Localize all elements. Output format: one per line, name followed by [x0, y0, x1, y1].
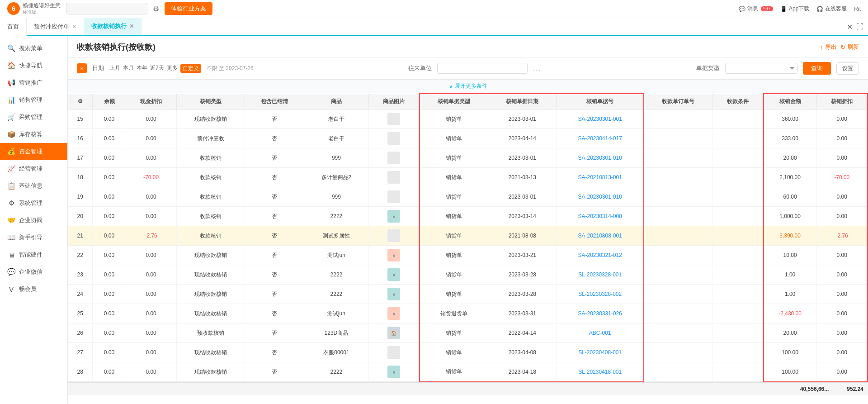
bill-no-link[interactable]: ABC-001	[589, 330, 611, 336]
sidebar-item-nav[interactable]: 🏠 快捷导航	[0, 57, 67, 74]
cell-bill-date: 2023-04-18	[488, 362, 557, 382]
cell-product-image: ■	[368, 304, 420, 323]
top-search-input[interactable]	[66, 3, 147, 14]
tab-close-all-icon[interactable]: ✕	[847, 23, 853, 31]
message-item[interactable]: 💬 消息 99+	[739, 5, 773, 13]
tab-receipt-close[interactable]: ✕	[129, 23, 134, 29]
sidebar-item-sales[interactable]: 📊 销售管理	[0, 91, 67, 109]
date-more[interactable]: 更多	[167, 64, 178, 73]
query-button[interactable]: 查询	[803, 62, 831, 75]
sidebar-item-system[interactable]: ⚙ 系统管理	[0, 195, 67, 212]
bill-no-link[interactable]: SA-20230301-010	[578, 155, 622, 161]
date-custom[interactable]: 自定义	[180, 64, 201, 73]
settings-button[interactable]: 设置	[836, 62, 859, 75]
bill-no-link[interactable]: SA-20230414-017	[578, 135, 622, 142]
cell-receipt-order	[644, 304, 712, 323]
sidebar-item-purchase[interactable]: 🛒 采购管理	[0, 109, 67, 126]
refresh-button[interactable]: ↻ 刷新	[840, 43, 859, 51]
app-download-item[interactable]: 📱 App下载	[780, 5, 809, 13]
expand-button[interactable]: »	[77, 63, 87, 73]
tab-receipt-label: 收款核销执行	[91, 22, 127, 30]
cell-balance: 0.00	[93, 226, 126, 246]
sidebar-item-search[interactable]: 🔍 搜索菜单	[0, 40, 67, 57]
sidebar-item-enterprise[interactable]: 🤝 企业协同	[0, 212, 67, 229]
cell-bill-no: ABC-001	[557, 323, 644, 343]
cell-verify-discount: 0.00	[816, 343, 868, 362]
industry-solution-button[interactable]: 体验行业方案	[165, 2, 212, 15]
col-bill-date: 核销单据日期	[488, 94, 557, 109]
sidebar-item-member[interactable]: V 畅会员	[0, 280, 67, 298]
sidebar-item-basic[interactable]: 📋 基础信息	[0, 177, 67, 195]
sidebar-item-inventory[interactable]: 📦 库存核算	[0, 126, 67, 143]
cell-include-settled: 否	[245, 362, 304, 382]
date-last-month[interactable]: 上月	[109, 64, 120, 73]
cell-receipt-condition	[712, 362, 764, 382]
cell-receipt-order	[644, 168, 712, 187]
cell-verify-amount: 360.00	[764, 109, 816, 129]
date-7days[interactable]: 近7天	[150, 64, 164, 73]
bill-no-link[interactable]: SL-20230328-001	[578, 271, 622, 278]
tab-maximize-icon[interactable]: ⛶	[856, 23, 863, 31]
bill-no-link[interactable]: SA-20230321-012	[578, 252, 622, 258]
bill-no-link[interactable]: SA-20230314-008	[578, 213, 622, 219]
export-button[interactable]: ↑ 导出	[821, 43, 837, 51]
sidebar-item-operations[interactable]: 📈 经营管理	[0, 160, 67, 177]
sidebar-item-marketing[interactable]: 📢 营销推广	[0, 74, 67, 91]
cell-bill-no: SL-20230328-001	[557, 265, 644, 285]
cell-balance: 0.00	[93, 168, 126, 187]
sidebar: 🔍 搜索菜单 🏠 快捷导航 📢 营销推广 📊 销售管理 🛒 采购管理 📦 库存核…	[0, 36, 68, 404]
bill-no-link[interactable]: SA-20230301-001	[578, 116, 622, 122]
cell-receipt-order	[644, 109, 712, 129]
sidebar-item-wechat[interactable]: 💬 企业微信	[0, 263, 67, 280]
partner-input[interactable]	[437, 63, 528, 74]
cell-product-image: ■	[368, 207, 420, 226]
dots-icon[interactable]: ...	[533, 64, 542, 72]
cell-bill-no: SA-20230314-008	[557, 207, 644, 226]
cell-verify-type: 收款核销	[176, 168, 245, 187]
cell-bill-date: 2021-08-08	[488, 226, 557, 246]
table-container[interactable]: ⚙ 余额 现金折扣 核销类型 包含已结清 商品 商品图片 核销单据类型 核销单据…	[68, 93, 868, 404]
top-bar: 6 畅捷通谱好生意 标准版 ⚙ 体验行业方案 💬 消息 99+ 📱 App下载 …	[0, 0, 868, 18]
bill-no-link[interactable]: SL-20230418-001	[578, 369, 622, 375]
cell-bill-type: 销货退货单	[420, 304, 488, 323]
cell-bill-date: 2023-03-01	[488, 148, 557, 168]
bill-no-link[interactable]: SL-20230328-002	[578, 291, 622, 297]
cell-cash-discount: 0.00	[126, 207, 176, 226]
tab-prepay-close[interactable]: ✕	[72, 24, 76, 30]
cell-cash-discount: 0.00	[126, 148, 176, 168]
sidebar-item-hardware[interactable]: 🖥 智能硬件	[0, 246, 67, 263]
cell-verify-type: 现结收款核销	[176, 265, 245, 285]
expand-more-btn[interactable]: ∨ 展开更多条件	[449, 82, 487, 90]
sidebar-item-finance[interactable]: 💰 资金管理	[0, 143, 67, 160]
online-service-item[interactable]: 🎧 在线客服	[816, 5, 847, 13]
user-label[interactable]: Rit	[854, 6, 861, 12]
date-this-year[interactable]: 本年	[137, 64, 147, 73]
service-icon: 🎧	[816, 6, 823, 12]
bill-no-link[interactable]: SA-20210813-001	[578, 174, 622, 181]
bill-no-link[interactable]: SA-20210808-001	[578, 233, 622, 239]
bill-no-link[interactable]: SA-20230331-026	[578, 310, 622, 317]
bill-no-link[interactable]: SL-20230408-001	[578, 349, 622, 356]
cell-bill-date: 2023-03-21	[488, 246, 557, 265]
tab-bar-right: ✕ ⛶	[847, 23, 868, 31]
sidebar-label-search: 搜索菜单	[19, 44, 42, 52]
bill-type-select[interactable]	[725, 63, 797, 74]
cell-bill-date: 2023-03-01	[488, 187, 557, 207]
verify-discount-total: 952.24	[847, 386, 863, 392]
cell-verify-amount: 3,390.00	[764, 226, 816, 246]
table-row: 21 0.00 -2.76 收款核销 否 测试多属性 销货单 2021-08-0…	[68, 226, 868, 246]
gear-button[interactable]: ⚙	[153, 5, 159, 13]
cell-verify-type: 预付冲应收	[176, 129, 245, 148]
cell-verify-amount: 10.00	[764, 246, 816, 265]
cell-receipt-condition	[712, 207, 764, 226]
bill-no-link[interactable]: SA-20230301-010	[578, 194, 622, 200]
tab-receipt[interactable]: 收款核销执行 ✕	[84, 18, 142, 36]
sidebar-item-guide[interactable]: 📖 新手引导	[0, 229, 67, 246]
date-this-month[interactable]: 本月	[123, 64, 134, 73]
tab-prepay[interactable]: 预付冲应付单 ✕	[27, 18, 84, 36]
table-row: 16 0.00 0.00 预付冲应收 否 老白干 销货单 2023-04-14 …	[68, 129, 868, 148]
cell-cash-discount: 0.00	[126, 187, 176, 207]
cell-cash-discount: 0.00	[126, 246, 176, 265]
tab-home[interactable]: 首页	[0, 18, 27, 36]
cell-receipt-order	[644, 148, 712, 168]
